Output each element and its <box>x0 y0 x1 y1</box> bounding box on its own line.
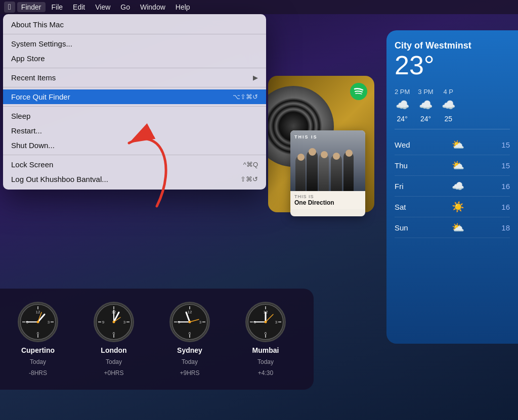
force-quit-shortcut: ⌥⇧⌘↺ <box>233 93 258 101</box>
clock-sydney: 12 3 6 9 Sydney Today +9HRS <box>169 302 210 377</box>
lock-screen-shortcut: ^⌘Q <box>243 161 258 168</box>
menubar:  Finder File Edit View Go Window Help <box>0 0 518 14</box>
menubar-window[interactable]: Window <box>136 2 169 12</box>
svg-text:12: 12 <box>188 310 192 314</box>
weather-daily-forecast: Wed ⛅ 15 Thu ⛅ 15 Fri ☁️ 16 Sat ☀️ 16 Su… <box>395 134 510 238</box>
menubar-edit[interactable]: Edit <box>69 2 89 12</box>
figure-5 <box>343 152 354 191</box>
apple-dropdown-menu: About This Mac System Settings... App St… <box>3 14 266 190</box>
menu-item-shutdown[interactable]: Shut Down... <box>3 138 266 153</box>
menubar-help[interactable]: Help <box>171 2 194 12</box>
svg-point-13 <box>37 321 39 323</box>
weather-hour-4pm: 4 P ☁️ 25 <box>442 88 455 123</box>
clock-city-london: London <box>101 346 126 354</box>
menu-item-sleep[interactable]: Sleep <box>3 109 266 123</box>
menubar-go[interactable]: Go <box>116 2 134 12</box>
clock-city-sydney: Sydney <box>177 346 202 354</box>
menu-item-about[interactable]: About This Mac <box>3 17 266 32</box>
clock-city-cupertino: Cupertino <box>21 346 55 354</box>
clock-city-mumbai: Mumbai <box>252 346 279 354</box>
logout-shortcut: ⇧⌘↺ <box>240 175 258 183</box>
menu-item-recent-items[interactable]: Recent Items ▶ <box>3 70 266 85</box>
menu-separator-2 <box>3 68 266 68</box>
album-art: THIS IS <box>290 130 365 191</box>
figure-3 <box>319 153 329 191</box>
figure-1 <box>295 156 306 191</box>
menubar-view[interactable]: View <box>91 2 114 12</box>
svg-text:3: 3 <box>48 320 50 324</box>
menubar-file[interactable]: File <box>48 2 67 12</box>
menu-item-app-store[interactable]: App Store <box>3 51 266 66</box>
menu-separator-4 <box>3 106 266 107</box>
svg-text:6: 6 <box>265 331 267 336</box>
menu-separator-5 <box>3 155 266 155</box>
figure-2 <box>307 151 318 191</box>
svg-text:3: 3 <box>123 320 126 324</box>
svg-text:12: 12 <box>36 310 40 314</box>
svg-text:9: 9 <box>102 320 105 324</box>
svg-text:3: 3 <box>275 320 278 324</box>
clock-face-mumbai: 12 3 6 9 <box>245 302 286 342</box>
clock-offset-sydney: +9HRS <box>180 369 199 377</box>
clock-day-sydney: Today <box>182 358 198 365</box>
album-band-name: One Direction <box>294 199 361 206</box>
svg-text:6: 6 <box>37 331 39 336</box>
figure-4 <box>331 155 342 191</box>
clock-day-mumbai: Today <box>257 358 274 365</box>
menu-separator-1 <box>3 34 266 34</box>
weather-hour-2pm: 2 PM ☁️ 24° <box>395 88 410 123</box>
weather-day-thu: Thu ⛅ 15 <box>395 155 510 176</box>
menu-item-system-settings[interactable]: System Settings... <box>3 36 266 51</box>
clock-offset-mumbai: +4:30 <box>258 369 273 377</box>
weather-day-fri: Fri ☁️ 16 <box>395 176 510 197</box>
recent-items-arrow: ▶ <box>253 74 258 81</box>
weather-day-wed: Wed ⛅ 15 <box>395 134 510 155</box>
clock-offset-london: +0HRS <box>104 369 123 377</box>
clock-mumbai: 12 3 6 9 Mumbai Today +4:30 <box>245 302 286 377</box>
clock-face-london: 12 3 6 9 <box>94 302 134 342</box>
menubar-finder[interactable]: Finder <box>17 2 46 12</box>
weather-widget: City of Westminst 23° 2 PM ☁️ 24° 3 PM ☁… <box>386 30 518 344</box>
svg-point-26 <box>113 321 115 323</box>
clock-face-sydney: 12 3 6 9 <box>169 302 210 342</box>
clock-offset-cupertino: -8HRS <box>29 369 47 377</box>
weather-city: City of Westminst <box>395 40 510 51</box>
menu-item-force-quit[interactable]: Force Quit Finder ⌥⇧⌘↺ <box>3 89 266 104</box>
svg-point-39 <box>189 321 191 323</box>
clock-day-cupertino: Today <box>30 358 46 365</box>
spotify-logo <box>350 83 367 100</box>
menu-item-lock-screen[interactable]: Lock Screen ^⌘Q <box>3 157 266 172</box>
weather-temperature: 23° <box>395 51 510 80</box>
menu-item-logout[interactable]: Log Out Khushboo Bantval... ⇧⌘↺ <box>3 172 266 186</box>
clock-london: 12 3 6 9 London Today +0HRS <box>94 302 134 377</box>
svg-text:3: 3 <box>199 320 202 324</box>
menu-separator-3 <box>3 87 266 87</box>
menu-item-restart[interactable]: Restart... <box>3 123 266 138</box>
album-label: THIS IS One Direction <box>290 191 365 209</box>
weather-day-sat: Sat ☀️ 16 <box>395 197 510 217</box>
clock-face-cupertino: 12 3 6 9 <box>18 302 58 342</box>
weather-day-sun: Sun ⛅ 18 <box>395 217 510 238</box>
weather-hour-3pm: 3 PM ☁️ 24° <box>418 88 433 123</box>
one-direction-album: THIS IS THIS IS One Direction <box>290 130 365 216</box>
clock-cupertino: 12 3 6 9 Cupertino Today -8HRS <box>18 302 58 377</box>
album-this-is-text: THIS IS <box>294 134 318 139</box>
svg-text:6: 6 <box>113 331 115 336</box>
world-clock-widget: 12 3 6 9 Cupertino Today -8HRS <box>0 289 314 390</box>
svg-point-52 <box>265 321 267 323</box>
svg-text:6: 6 <box>189 331 191 336</box>
weather-hourly-forecast: 2 PM ☁️ 24° 3 PM ☁️ 24° 4 P ☁️ 25 <box>395 88 510 129</box>
clock-day-london: Today <box>106 358 122 365</box>
apple-menu-button[interactable]:  <box>4 2 15 13</box>
